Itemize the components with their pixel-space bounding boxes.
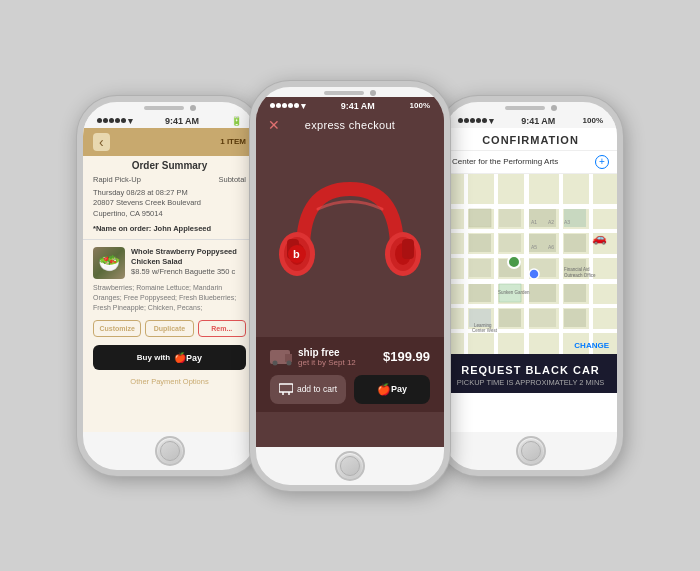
headphone-svg: b <box>273 159 428 314</box>
add-location-button[interactable]: + <box>595 155 609 169</box>
camera-right <box>551 105 557 111</box>
svg-text:Outreach Office: Outreach Office <box>564 273 596 278</box>
center-screen: ✕ express checkout <box>256 113 444 447</box>
ship-date-label: get it by Sept 12 <box>298 358 356 367</box>
svg-point-58 <box>529 269 539 279</box>
cart-icon <box>279 383 293 395</box>
svg-text:🚗: 🚗 <box>592 230 607 245</box>
request-black-car-button[interactable]: REQUEST BLACK CAR PICKUP TIME IS APPROXI… <box>444 354 617 393</box>
action-buttons: Customize Duplicate Rem... <box>83 316 256 341</box>
svg-rect-16 <box>279 384 293 392</box>
svg-rect-9 <box>402 239 414 259</box>
time-left: 9:41 AM <box>165 116 199 126</box>
right-screen: CONFIRMATION Center for the Performing A… <box>444 128 617 432</box>
map-area: A1 A2 A3 A5 A6 A7 🚗 Financial Aid Outrea… <box>444 174 617 354</box>
svg-rect-50 <box>564 309 586 327</box>
svg-rect-26 <box>464 174 468 354</box>
location-bar: Center for the Performing Arts + <box>444 151 617 174</box>
customize-button[interactable]: Customize <box>93 320 141 337</box>
time-right: 9:41 AM <box>521 116 555 126</box>
status-bar-center: ▾ 9:41 AM 100% <box>256 97 444 113</box>
food-image <box>93 247 125 279</box>
wifi-icon-left: ▾ <box>128 116 133 126</box>
back-button-left[interactable]: ‹ <box>93 133 110 151</box>
remove-button[interactable]: Rem... <box>198 320 246 337</box>
svg-rect-12 <box>270 352 285 362</box>
subtotal-label: Subtotal <box>218 175 246 184</box>
wifi-icon-center: ▾ <box>301 101 306 111</box>
home-button-left[interactable] <box>155 436 185 466</box>
svg-text:A5: A5 <box>531 244 537 250</box>
svg-rect-27 <box>494 174 498 354</box>
battery-area-center: 100% <box>410 101 430 110</box>
svg-rect-35 <box>469 234 491 252</box>
order-info: Thursday 08/28 at 08:27 PM 20807 Stevens… <box>83 186 256 222</box>
item-count: 1 ITEM <box>220 137 246 146</box>
close-button[interactable]: ✕ <box>268 117 280 133</box>
food-price: $8.59 w/French Baguette 350 c <box>131 267 246 276</box>
svg-text:Pay: Pay <box>186 353 202 363</box>
food-details: Whole Strawberry Poppyseed Chicken Salad… <box>131 247 246 276</box>
signal-right <box>458 118 487 123</box>
request-black-car-label: REQUEST BLACK CAR <box>454 364 607 376</box>
svg-point-15 <box>287 360 292 365</box>
change-button[interactable]: CHANGE <box>574 341 609 350</box>
svg-rect-28 <box>524 174 529 354</box>
add-to-cart-button[interactable]: add to cart <box>270 375 346 404</box>
home-button-center[interactable] <box>335 451 365 481</box>
name-value: John Appleseed <box>153 224 211 233</box>
notch-right <box>444 102 617 112</box>
apple-pay-button[interactable]: 🍎 Pay <box>354 375 430 404</box>
location-name: Center for the Performing Arts <box>452 157 558 166</box>
wifi-icon-right: ▾ <box>489 116 494 126</box>
phone-right: ▾ 9:41 AM 100% CONFIRMATION Center for t… <box>438 96 623 476</box>
baguette-option: w/French Baguette <box>152 267 215 276</box>
svg-point-57 <box>508 256 520 268</box>
apple-pay-label: Pay <box>391 384 407 394</box>
battery-pct-center: 100% <box>410 101 430 110</box>
center-header: ✕ express checkout <box>256 113 444 137</box>
svg-text:b: b <box>293 248 300 260</box>
price-value: $8.59 <box>131 267 150 276</box>
food-item: Whole Strawberry Poppyseed Chicken Salad… <box>83 243 256 283</box>
order-summary-title: Order Summary <box>83 156 256 173</box>
home-button-inner-center <box>340 456 360 476</box>
notch-left <box>83 102 256 112</box>
duplicate-button[interactable]: Duplicate <box>145 320 193 337</box>
svg-rect-49 <box>529 309 556 327</box>
camera-left <box>190 105 196 111</box>
svg-text:A2: A2 <box>548 219 554 225</box>
svg-rect-45 <box>529 284 556 302</box>
svg-rect-43 <box>469 284 491 302</box>
order-type: Rapid Pick-Up <box>93 175 141 184</box>
shipping-left: ship free get it by Sept 12 <box>270 347 356 367</box>
other-payment-link[interactable]: Other Payment Options <box>83 374 256 389</box>
order-address1: 20807 Stevens Creek Boulevard <box>93 198 246 209</box>
order-date: Thursday 08/28 at 08:27 PM <box>93 188 246 199</box>
svg-rect-46 <box>564 284 586 302</box>
svg-text:A6: A6 <box>548 244 554 250</box>
map-svg: A1 A2 A3 A5 A6 A7 🚗 Financial Aid Outrea… <box>444 174 617 354</box>
left-header: ‹ 1 ITEM <box>83 128 256 156</box>
buy-with-apple-pay-button[interactable]: Buy with 🍎 Pay <box>93 345 246 370</box>
home-button-right[interactable] <box>516 436 546 466</box>
pickup-estimate-text: PICKUP TIME IS APPROXIMATELY 2 MINS <box>454 378 607 387</box>
buy-label: Buy with <box>137 353 170 362</box>
svg-text:A1: A1 <box>531 219 537 225</box>
status-bar-right: ▾ 9:41 AM 100% <box>444 112 617 128</box>
product-price: $199.99 <box>383 349 430 364</box>
food-name: Whole Strawberry Poppyseed Chicken Salad <box>131 247 246 267</box>
confirmation-title: CONFIRMATION <box>444 128 617 151</box>
home-button-inner-left <box>160 441 180 461</box>
svg-rect-48 <box>499 309 521 327</box>
time-center: 9:41 AM <box>341 101 375 111</box>
svg-rect-36 <box>499 234 521 252</box>
status-bar-left: ▾ 9:41 AM 🔋 <box>83 112 256 128</box>
notch-center <box>256 87 444 97</box>
battery-pct-right: 100% <box>583 116 603 125</box>
camera-center <box>370 90 376 96</box>
svg-point-14 <box>273 360 278 365</box>
left-screen: ‹ 1 ITEM Order Summary Rapid Pick-Up Sub… <box>83 128 256 432</box>
food-description: Strawberries; Romaine Lettuce; Mandarin … <box>83 283 256 316</box>
svg-rect-30 <box>589 174 593 354</box>
